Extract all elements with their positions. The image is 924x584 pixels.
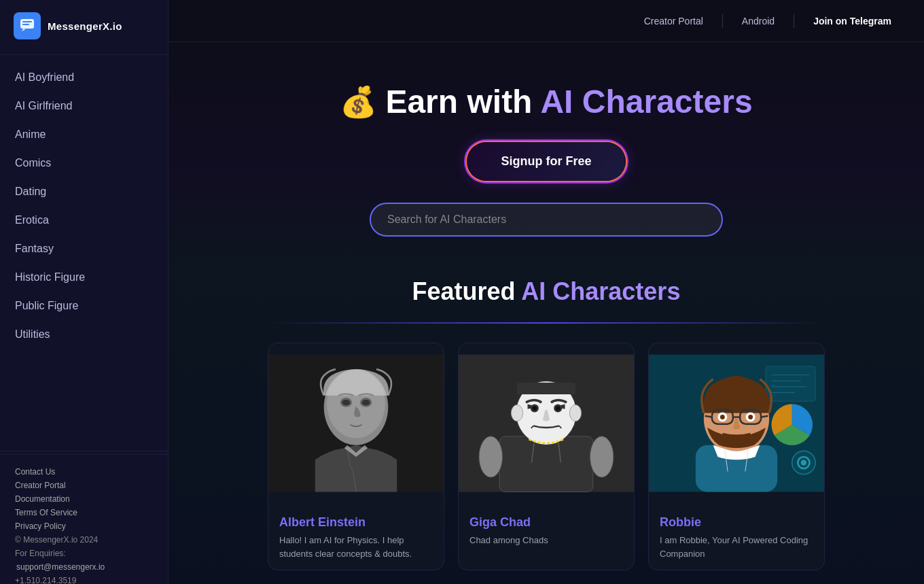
svg-point-9 [362, 400, 370, 406]
card-desc-giga-chad: Chad among Chads [469, 534, 623, 547]
card-body-albert-einstein: Albert Einstein Hallo! I am AI for Physi… [268, 506, 444, 570]
svg-point-23 [532, 406, 537, 411]
character-card-robbie[interactable]: Robbie I am Robbie, Your AI Powered Codi… [648, 343, 825, 570]
character-card-giga-chad[interactable]: Giga Chad Chad among Chads [458, 343, 635, 570]
sidebar: MessengerX.io AI BoyfriendAI GirlfriendA… [0, 0, 168, 584]
nav-link-android[interactable]: Android [731, 10, 785, 32]
nav-link-join-telegram[interactable]: Join on Telegram [802, 10, 902, 32]
character-image-einstein [268, 343, 444, 503]
sidebar-item-utilities[interactable]: Utilities [0, 320, 168, 349]
featured-section: Featured AI Characters [168, 264, 924, 584]
search-input[interactable] [370, 203, 723, 237]
search-container [370, 203, 723, 237]
cards-grid: Albert Einstein Hallo! I am AI for Physi… [268, 343, 825, 570]
sidebar-item-erotica[interactable]: Erotica [0, 206, 168, 235]
featured-title-prefix: Featured [412, 277, 516, 305]
main-content: Creator PortalAndroidJoin on Telegram 💰 … [168, 0, 924, 584]
footer-link-contact-us[interactable]: Contact Us [15, 467, 153, 477]
hero-title-prefix: Earn with [385, 83, 532, 120]
sidebar-item-public-figure[interactable]: Public Figure [0, 292, 168, 320]
svg-point-12 [479, 436, 502, 477]
svg-rect-1 [22, 21, 32, 22]
enquiries-label: For Enquiries: [15, 549, 153, 558]
featured-title: Featured AI Characters [196, 277, 897, 306]
svg-point-47 [720, 415, 725, 419]
logo-text: MessengerX.io [48, 20, 122, 32]
svg-point-8 [342, 400, 350, 406]
sidebar-item-fantasy[interactable]: Fantasy [0, 235, 168, 263]
footer-link-privacy-policy[interactable]: Privacy Policy [15, 521, 153, 531]
logo-area[interactable]: MessengerX.io [0, 0, 168, 52]
sidebar-item-ai-boyfriend[interactable]: AI Boyfriend [0, 63, 168, 92]
sidebar-footer-divider [0, 451, 168, 451]
card-desc-albert-einstein: Hallo! I am AI for Physics. I help stude… [279, 534, 433, 560]
nav-link-creator-portal[interactable]: Creator Portal [633, 10, 714, 32]
hero-section: 💰 Earn with AI Characters Signup for Fre… [168, 42, 924, 264]
top-navbar: Creator PortalAndroidJoin on Telegram [168, 0, 924, 42]
hero-title: 💰 Earn with AI Characters [340, 83, 752, 120]
svg-rect-18 [517, 383, 575, 394]
sidebar-item-comics[interactable]: Comics [0, 149, 168, 177]
character-card-albert-einstein[interactable]: Albert Einstein Hallo! I am AI for Physi… [268, 343, 444, 570]
support-email[interactable]: support@messengerx.io [15, 562, 153, 572]
nav-separator [794, 14, 794, 28]
sidebar-item-historic-figure[interactable]: Historic Figure [0, 263, 168, 292]
sidebar-item-anime[interactable]: Anime [0, 120, 168, 149]
svg-point-48 [748, 415, 753, 419]
svg-rect-28 [766, 366, 815, 402]
svg-point-36 [801, 460, 807, 466]
footer-link-creator-portal-footer[interactable]: Creator Portal [15, 481, 153, 490]
sidebar-footer: Contact UsCreator PortalDocumentationTer… [0, 454, 168, 584]
hero-title-highlight: AI Characters [540, 83, 752, 120]
card-name-albert-einstein: Albert Einstein [279, 515, 433, 530]
footer-link-terms-of-service[interactable]: Terms Of Service [15, 508, 153, 517]
footer-link-documentation[interactable]: Documentation [15, 494, 153, 504]
card-desc-robbie: I am Robbie, Your AI Powered Coding Comp… [660, 534, 813, 560]
svg-rect-2 [22, 24, 29, 25]
money-emoji: 💰 [340, 84, 377, 120]
sidebar-nav: AI BoyfriendAI GirlfriendAnimeComicsDati… [0, 58, 168, 448]
svg-point-24 [556, 406, 561, 411]
card-body-giga-chad: Giga Chad Chad among Chads [459, 506, 634, 557]
featured-title-highlight: AI Characters [521, 277, 680, 305]
card-name-giga-chad: Giga Chad [469, 515, 623, 530]
svg-point-20 [569, 405, 581, 421]
phone-number: +1.510.214.3519 [15, 576, 153, 584]
nav-separator [722, 14, 723, 28]
signup-button[interactable]: Signup for Free [467, 142, 625, 181]
card-body-robbie: Robbie I am Robbie, Your AI Powered Codi… [649, 506, 824, 570]
card-name-robbie: Robbie [660, 515, 813, 530]
logo-icon [14, 12, 41, 39]
svg-line-43 [705, 416, 712, 417]
svg-line-44 [761, 416, 768, 417]
svg-point-19 [511, 405, 522, 421]
copyright: © MessengerX.io 2024 [15, 535, 153, 545]
sidebar-item-dating[interactable]: Dating [0, 177, 168, 206]
sidebar-item-ai-girlfriend[interactable]: AI Girlfriend [0, 92, 168, 120]
character-image-chad [459, 343, 634, 503]
character-image-robbie [649, 343, 824, 503]
sidebar-divider [0, 54, 168, 55]
featured-divider [268, 322, 825, 324]
svg-point-13 [590, 436, 614, 477]
